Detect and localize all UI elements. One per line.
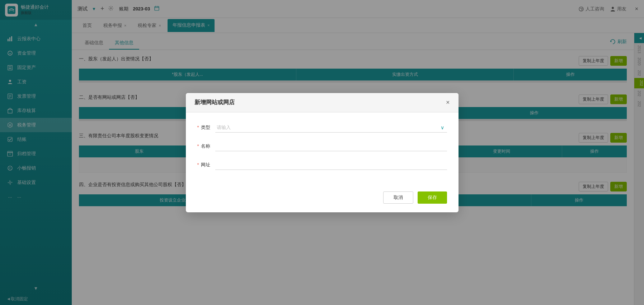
field-label-name: * 名称 [197,143,215,149]
dialog-overlay[interactable]: 新增网站或网店 × * 类型 ∨ * 名称 [0,0,644,305]
dialog-header: 新增网站或网店 × [186,93,459,112]
url-input[interactable] [215,160,447,170]
field-label-url: * 网址 [197,162,215,168]
form-row-url: * 网址 [197,160,447,170]
field-label-type: * 类型 [197,124,215,131]
name-input[interactable] [215,141,447,151]
save-button[interactable]: 保存 [418,191,447,204]
dialog-close-button[interactable]: × [446,99,450,106]
field-wrap-name [215,141,447,151]
required-star-name: * [197,143,199,149]
add-website-dialog: 新增网站或网店 × * 类型 ∨ * 名称 [186,93,459,212]
dialog-body: * 类型 ∨ * 名称 * [186,112,459,186]
cancel-button[interactable]: 取消 [383,191,413,204]
dialog-footer: 取消 保存 [186,186,459,212]
form-row-type: * 类型 ∨ [197,123,447,133]
form-row-name: * 名称 [197,141,447,151]
required-star-type: * [197,125,199,130]
field-wrap-url [215,160,447,170]
type-input[interactable] [215,123,447,133]
dialog-title: 新增网站或网店 [194,99,235,106]
required-star-url: * [197,162,199,167]
field-wrap-type: ∨ [215,123,447,133]
